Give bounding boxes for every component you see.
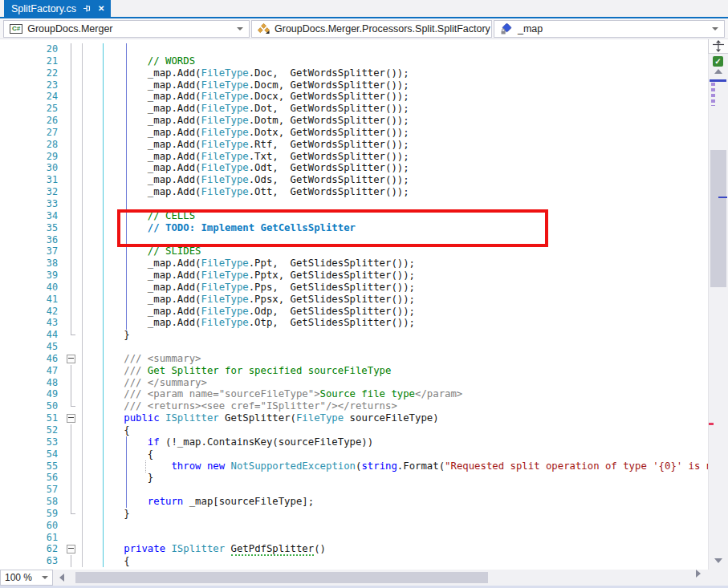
code-token: /// </summary> <box>76 377 207 388</box>
breakpoint-margin[interactable] <box>0 424 18 436</box>
breakpoint-margin[interactable] <box>0 532 18 544</box>
outline-guide <box>82 472 83 484</box>
breakpoint-margin[interactable] <box>0 496 18 508</box>
document-tab[interactable]: SplitFactory.cs ✕ <box>4 0 111 17</box>
code-health-check-icon[interactable]: ✓ <box>713 56 723 67</box>
horizontal-scrollbar[interactable] <box>64 570 728 586</box>
breakpoint-margin[interactable] <box>0 55 18 67</box>
project-dropdown[interactable]: C# GroupDocs.Merger <box>3 20 250 38</box>
code-token: .Dotm, GetWordsSplitter()); <box>249 115 409 126</box>
outline-guide <box>82 329 83 341</box>
breakpoint-margin[interactable] <box>0 472 18 484</box>
zoom-selector[interactable]: 100 % <box>0 570 53 586</box>
scrollbar-down-button[interactable] <box>714 558 722 563</box>
breakpoint-margin[interactable] <box>0 484 18 496</box>
pin-icon[interactable] <box>83 4 92 13</box>
code-token: if <box>148 436 160 448</box>
breakpoint-margin[interactable] <box>0 555 18 567</box>
breakpoint-margin[interactable] <box>0 520 18 532</box>
breakpoint-margin[interactable] <box>0 306 18 318</box>
outline-guide <box>82 174 83 186</box>
outline-guide <box>71 460 71 472</box>
breakpoint-margin[interactable] <box>0 508 18 520</box>
code-line: 51 public ISplitter GetSplitter(FileType… <box>0 412 708 424</box>
breakpoint-margin[interactable] <box>0 341 18 353</box>
split-editor-handle[interactable] <box>708 39 728 54</box>
breakpoint-margin[interactable] <box>0 245 18 258</box>
code-token: .Ods, GetWordsSplitter()); <box>249 174 409 185</box>
breakpoint-margin[interactable] <box>0 436 18 448</box>
code-editor[interactable]: 2021 // WORDS22 _map.Add(FileType.Doc, G… <box>0 39 708 570</box>
breakpoint-margin[interactable] <box>0 365 18 377</box>
breakpoint-margin[interactable] <box>0 353 18 365</box>
breakpoint-margin[interactable] <box>0 270 18 282</box>
code-token: .Dot, GetWordsSplitter()); <box>249 103 409 114</box>
breakpoint-margin[interactable] <box>0 329 18 341</box>
code-token <box>76 496 148 507</box>
breakpoint-margin[interactable] <box>0 258 18 270</box>
code-text: /// <param name="sourceFileType">Source … <box>76 388 462 400</box>
breakpoint-margin[interactable] <box>0 127 18 139</box>
tab-title: SplitFactory.cs <box>11 3 76 14</box>
breakpoint-margin[interactable] <box>0 162 18 174</box>
code-line: 48 /// </summary> <box>0 377 708 389</box>
breakpoint-margin[interactable] <box>0 91 18 103</box>
breakpoint-margin[interactable] <box>0 460 18 472</box>
breakpoint-margin[interactable] <box>0 388 18 400</box>
outline-guide <box>82 294 83 306</box>
line-number: 20 <box>18 43 61 55</box>
outline-guide <box>82 91 83 103</box>
outline-guide <box>82 115 83 127</box>
code-text: if (!_map.ContainsKey(sourceFileType)) <box>76 436 373 448</box>
code-token: _map.Add( <box>76 67 201 79</box>
type-dropdown[interactable]: GroupDocs.Merger.Processors.Split.SplitF… <box>251 20 492 38</box>
breakpoint-margin[interactable] <box>0 103 18 115</box>
tab-bar: SplitFactory.cs ✕ <box>0 0 728 17</box>
breakpoint-margin[interactable] <box>0 377 18 389</box>
breakpoint-margin[interactable] <box>0 115 18 127</box>
code-line: 46 /// <summary> <box>0 353 708 365</box>
code-line: 39 _map.Add(FileType.Pptx, GetSlidesSpli… <box>0 270 708 282</box>
breakpoint-margin[interactable] <box>0 43 18 55</box>
breakpoint-margin[interactable] <box>0 67 18 79</box>
outline-guide <box>82 222 83 234</box>
breakpoint-margin[interactable] <box>0 151 18 163</box>
line-number: 43 <box>18 317 61 329</box>
breakpoint-margin[interactable] <box>0 79 18 91</box>
line-number: 59 <box>18 508 61 520</box>
breakpoint-margin[interactable] <box>0 317 18 329</box>
breakpoint-margin[interactable] <box>0 448 18 460</box>
hscrollbar-right-button[interactable] <box>696 570 701 578</box>
collapse-toggle[interactable] <box>67 355 75 363</box>
breakpoint-margin[interactable] <box>0 412 18 424</box>
code-text: _map.Add(FileType.Ppt, GetSlidesSplitter… <box>76 258 415 270</box>
code-token: new <box>207 460 225 472</box>
breakpoint-margin[interactable] <box>0 174 18 186</box>
scrollbar-thumb[interactable] <box>710 150 726 287</box>
private-field-icon <box>500 23 513 34</box>
scrollbar-up-button[interactable] <box>714 69 722 74</box>
close-icon[interactable]: ✕ <box>98 5 104 13</box>
outline-guide <box>82 127 83 139</box>
line-number: 41 <box>18 294 61 306</box>
breakpoint-margin[interactable] <box>0 400 18 412</box>
outline-guide <box>71 329 71 335</box>
vertical-scrollbar[interactable]: ✓ <box>708 39 728 570</box>
breakpoint-margin[interactable] <box>0 234 18 246</box>
outline-guide <box>82 400 83 412</box>
breakpoint-margin[interactable] <box>0 294 18 306</box>
collapse-toggle[interactable] <box>67 414 75 423</box>
breakpoint-margin[interactable] <box>0 186 18 198</box>
breakpoint-margin[interactable] <box>0 139 18 151</box>
breakpoint-margin[interactable] <box>0 543 18 555</box>
hscrollbar-thumb[interactable] <box>75 572 488 583</box>
breakpoint-margin[interactable] <box>0 222 18 234</box>
code-token: FileType <box>201 115 248 126</box>
outline-guide <box>82 43 83 55</box>
breakpoint-margin[interactable] <box>0 210 18 222</box>
breakpoint-margin[interactable] <box>0 198 18 210</box>
collapse-toggle[interactable] <box>67 545 75 554</box>
member-dropdown[interactable]: _map <box>494 20 725 38</box>
breakpoint-margin[interactable] <box>0 282 18 294</box>
code-token: _map.Add( <box>76 162 201 173</box>
